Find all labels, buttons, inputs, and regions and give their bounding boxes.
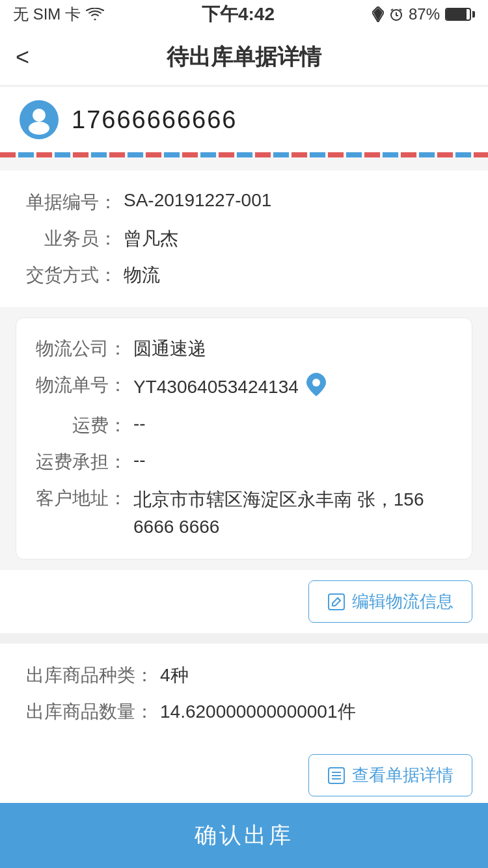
- svg-line-4: [400, 9, 401, 10]
- goods-type-value: 4种: [160, 663, 189, 688]
- location-status-icon: [372, 7, 384, 22]
- section-divider: [0, 633, 488, 644]
- freight-value: --: [133, 413, 452, 434]
- staff-row: 业务员： 曾凡杰: [26, 226, 462, 251]
- edit-icon: [327, 593, 346, 611]
- svg-rect-8: [329, 594, 344, 610]
- user-header: 17666666666: [0, 87, 488, 152]
- status-time: 下午4:42: [202, 2, 275, 27]
- svg-point-7: [312, 379, 320, 387]
- back-button[interactable]: <: [16, 44, 29, 71]
- goods-section: 出库商品种类： 4种 出库商品数量： 14.620000000000001件: [0, 644, 488, 744]
- view-btn-label: 查看单据详情: [352, 764, 454, 787]
- doc-no-row: 单据编号： SA-20191227-001: [26, 190, 462, 215]
- staff-label: 业务员：: [26, 226, 117, 251]
- logistics-card: 物流公司： 圆通速递 物流单号： YT43064053424134 运费： --…: [16, 318, 472, 560]
- wifi-icon: [86, 8, 104, 21]
- freight-bearer-label: 运费承担：: [36, 450, 127, 474]
- logistics-tracking-row: 物流单号： YT43064053424134: [36, 373, 452, 401]
- goods-type-label: 出库商品种类：: [26, 663, 154, 688]
- svg-line-3: [391, 9, 393, 10]
- doc-info-section: 单据编号： SA-20191227-001 业务员： 曾凡杰 交货方式： 物流: [0, 170, 488, 307]
- view-btn-row: 查看单据详情: [0, 744, 488, 807]
- logistics-company-label: 物流公司：: [36, 336, 127, 361]
- edit-logistics-button[interactable]: 编辑物流信息: [308, 580, 472, 623]
- status-left: 无 SIM 卡: [13, 4, 104, 25]
- page-title: 待出库单据详情: [167, 42, 321, 72]
- logistics-tracking-label: 物流单号：: [36, 373, 127, 398]
- goods-quantity-label: 出库商品数量：: [26, 699, 154, 724]
- logistics-company-value: 圆通速递: [133, 336, 452, 361]
- alarm-icon: [389, 7, 403, 21]
- delivery-row: 交货方式： 物流: [26, 263, 462, 288]
- delivery-label: 交货方式：: [26, 263, 117, 288]
- doc-no-label: 单据编号：: [26, 190, 117, 215]
- goods-type-row: 出库商品种类： 4种: [26, 663, 462, 688]
- edit-btn-row: 编辑物流信息: [0, 570, 488, 633]
- nav-bar: < 待出库单据详情: [0, 29, 488, 86]
- freight-bearer-row: 运费承担： --: [36, 450, 452, 474]
- dashed-divider: [0, 152, 488, 157]
- logistics-company-row: 物流公司： 圆通速递: [36, 336, 452, 361]
- svg-point-6: [29, 122, 49, 135]
- edit-btn-label: 编辑物流信息: [352, 590, 454, 613]
- freight-row: 运费： --: [36, 413, 452, 438]
- address-value: 北京市市辖区海淀区永丰南 张，156 6666 6666: [133, 486, 452, 541]
- status-right: 87%: [372, 5, 475, 23]
- staff-value: 曾凡杰: [124, 226, 462, 251]
- avatar-icon: [23, 103, 55, 136]
- address-label: 客户地址：: [36, 486, 127, 511]
- tracking-location-icon[interactable]: [306, 373, 326, 401]
- avatar: [20, 100, 59, 139]
- battery-percent: 87%: [409, 5, 440, 23]
- list-icon: [327, 766, 346, 785]
- status-bar: 无 SIM 卡 下午4:42 87%: [0, 0, 488, 29]
- confirm-outbound-button[interactable]: 确认出库: [0, 803, 488, 868]
- view-details-button[interactable]: 查看单据详情: [308, 754, 472, 796]
- confirm-btn-label: 确认出库: [195, 821, 293, 850]
- carrier-text: 无 SIM 卡: [13, 4, 81, 25]
- freight-label: 运费：: [36, 413, 127, 438]
- address-row: 客户地址： 北京市市辖区海淀区永丰南 张，156 6666 6666: [36, 486, 452, 541]
- delivery-value: 物流: [124, 263, 462, 288]
- goods-quantity-value: 14.620000000000001件: [160, 699, 356, 724]
- doc-no-value: SA-20191227-001: [124, 190, 462, 211]
- logistics-tracking-value: YT43064053424134: [133, 373, 452, 401]
- battery-indicator: [445, 8, 475, 21]
- svg-point-5: [33, 109, 46, 122]
- freight-bearer-value: --: [133, 450, 452, 470]
- user-phone: 17666666666: [72, 106, 237, 134]
- goods-quantity-row: 出库商品数量： 14.620000000000001件: [26, 699, 462, 724]
